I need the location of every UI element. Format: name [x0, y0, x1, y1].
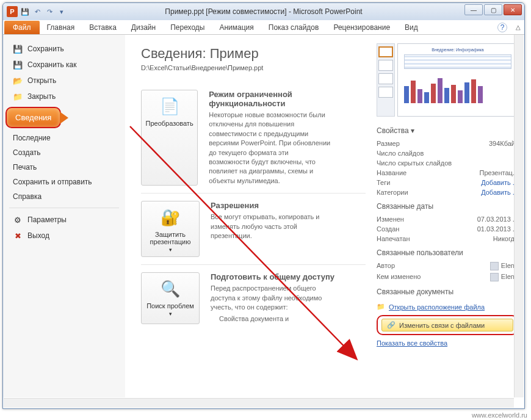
sidebar-save-as[interactable]: 💾Сохранить как	[3, 57, 125, 73]
tab-review[interactable]: Рецензирование	[326, 21, 397, 34]
protect-button[interactable]: 🔐 Защитить презентацию ▾	[141, 201, 200, 257]
sidebar-label: Закрыть	[27, 92, 56, 101]
prop-author[interactable]: АвторElena	[377, 261, 518, 272]
sidebar-options[interactable]: ⚙Параметры	[3, 212, 125, 228]
watermark: www.excelworld.ru	[472, 411, 527, 419]
slide-preview: Внедрение: Инфографика	[377, 43, 518, 117]
tab-slideshow[interactable]: Показ слайдов	[261, 21, 327, 34]
redo-icon[interactable]: ↷	[45, 7, 54, 16]
tab-transitions[interactable]: Переходы	[163, 21, 212, 34]
tab-animation[interactable]: Анимация	[212, 21, 261, 34]
info-path: D:\Excel\Статьи\Внедрение\Пример.ppt	[141, 64, 366, 71]
slide-thumb[interactable]	[378, 60, 393, 71]
avatar-icon	[490, 262, 499, 270]
options-icon: ⚙	[13, 215, 23, 225]
prop-slides: Число слайдов4	[377, 148, 518, 158]
tab-home[interactable]: Главная	[40, 21, 82, 34]
section-body: Некоторые новые возможности были отключе…	[209, 110, 331, 186]
close-button[interactable]: ✕	[504, 4, 522, 15]
convert-button[interactable]: 📄 Преобразовать	[141, 90, 198, 186]
save-as-icon: 💾	[13, 60, 23, 70]
tab-insert[interactable]: Вставка	[82, 21, 124, 34]
sidebar-open[interactable]: 📂Открыть	[3, 73, 125, 89]
prepare-section: 🔍 Поиск проблем ▾ Подготовить к общему д…	[141, 265, 366, 331]
chevron-down-icon: ▾	[144, 311, 197, 317]
titlebar: P 💾 ↶ ↷ ▾ Пример.ppt [Режим совместимост…	[3, 3, 524, 20]
vertical-scrollbar[interactable]	[514, 35, 524, 397]
prop-modified: Изменен07.03.2013 ...	[377, 214, 518, 224]
window-controls: — ▢ ✕	[464, 4, 522, 15]
edit-links-button[interactable]: 🔗Изменить связи с файлами	[381, 319, 513, 331]
lock-key-icon: 🔐	[159, 206, 181, 228]
slide-thumb[interactable]	[378, 73, 393, 84]
sidebar-info[interactable]: Сведения	[3, 104, 125, 131]
ribbon-tabs: Файл Главная Вставка Дизайн Переходы Ани…	[3, 20, 524, 35]
dates-heading: Связанные даты	[377, 202, 518, 211]
slide-title: Внедрение: Инфографика	[404, 48, 511, 52]
button-label: Поиск проблем	[144, 302, 197, 310]
minimize-button[interactable]: —	[464, 4, 483, 15]
qat-dropdown-icon[interactable]: ▾	[57, 7, 67, 16]
backstage: 💾Сохранить 💾Сохранить как 📂Открыть 📁Закр…	[3, 35, 524, 397]
section-head: Режим ограниченной функциональности	[209, 90, 366, 108]
maximize-button[interactable]: ▢	[484, 4, 502, 15]
folder-icon: 📁	[377, 303, 385, 311]
window-title: Пример.ppt [Режим совместимости] - Micro…	[3, 7, 524, 16]
highlight-box: 🔗Изменить связи с файлами	[377, 315, 518, 335]
prop-title[interactable]: НазваниеПрезентац...	[377, 168, 518, 178]
properties-heading[interactable]: Свойства ▾	[377, 126, 518, 135]
sidebar-recent[interactable]: Последние	[3, 131, 125, 145]
compatibility-section: 📄 Преобразовать Режим ограниченной функц…	[141, 82, 366, 194]
open-file-location-link[interactable]: 📁Открыть расположение файла	[377, 301, 518, 313]
slide-thumb[interactable]	[378, 87, 393, 98]
horizontal-scrollbar[interactable]	[4, 398, 514, 408]
tab-view[interactable]: Вид	[397, 21, 425, 34]
permissions-section: 🔐 Защитить презентацию ▾ Разрешения Все …	[141, 194, 366, 265]
sidebar-print[interactable]: Печать	[3, 160, 125, 175]
info-main: Сведения: Пример D:\Excel\Статьи\Внедрен…	[125, 35, 372, 397]
help-icon[interactable]: ?	[497, 23, 507, 32]
sidebar-label: Выход	[27, 231, 49, 240]
slide-thumb[interactable]	[378, 46, 393, 57]
sidebar-exit[interactable]: ✖Выход	[3, 228, 125, 244]
info-text: Режим ограниченной функциональности Неко…	[209, 90, 366, 186]
link-icon: 🔗	[387, 321, 396, 329]
info-title: Сведения: Пример	[141, 46, 366, 62]
sidebar-label: Сохранить	[27, 45, 64, 53]
sidebar-new[interactable]: Создать	[3, 145, 125, 160]
sidebar-close[interactable]: 📁Закрыть	[3, 89, 125, 104]
separator	[9, 208, 119, 208]
ribbon-minimize-icon[interactable]: △	[516, 24, 521, 31]
prop-tags[interactable]: ТегиДобавить ...	[377, 178, 518, 187]
section-head: Разрешения	[211, 201, 333, 210]
folder-open-icon: 📂	[13, 76, 23, 85]
info-content: Сведения: Пример D:\Excel\Статьи\Внедрен…	[125, 35, 524, 397]
info-text: Разрешения Все могут открывать, копирова…	[211, 201, 333, 257]
sidebar-label: Справка	[13, 192, 42, 201]
file-tab[interactable]: Файл	[4, 21, 40, 34]
sidebar-help[interactable]: Справка	[3, 189, 125, 204]
sidebar-share[interactable]: Сохранить и отправить	[3, 175, 125, 189]
sidebar-label: Последние	[13, 134, 51, 142]
powerpoint-icon: P	[7, 6, 18, 17]
prop-created: Создан01.03.2013 ...	[377, 224, 518, 234]
show-all-properties-link[interactable]: Показать все свойства	[377, 338, 518, 349]
check-issues-button[interactable]: 🔍 Поиск проблем ▾	[141, 272, 200, 324]
avatar-icon	[490, 273, 499, 281]
sidebar-label: Создать	[13, 148, 41, 157]
section-body: Все могут открывать, копировать и изменя…	[211, 212, 333, 241]
info-text: Подготовить к общему доступу Перед распр…	[211, 272, 334, 324]
tab-design[interactable]: Дизайн	[124, 21, 163, 34]
properties-pane: Внедрение: Инфографика Свойства ▾ Размер…	[372, 35, 524, 397]
docs-heading: Связанные документы	[377, 288, 518, 296]
app-window: P 💾 ↶ ↷ ▾ Пример.ppt [Режим совместимост…	[2, 2, 525, 409]
prop-categories[interactable]: КатегорииДобавить ...	[377, 187, 518, 197]
prop-size: Размер394Кбайт	[377, 139, 518, 148]
undo-icon[interactable]: ↶	[32, 7, 42, 16]
sidebar-save[interactable]: 💾Сохранить	[3, 41, 125, 57]
chevron-down-icon: ▾	[144, 247, 197, 253]
save-icon[interactable]: 💾	[20, 7, 30, 16]
section-body: Перед распространением общего доступа к …	[211, 284, 333, 312]
section-head: Подготовить к общему доступу	[211, 272, 334, 281]
current-slide-preview[interactable]: Внедрение: Инфографика	[397, 43, 518, 117]
